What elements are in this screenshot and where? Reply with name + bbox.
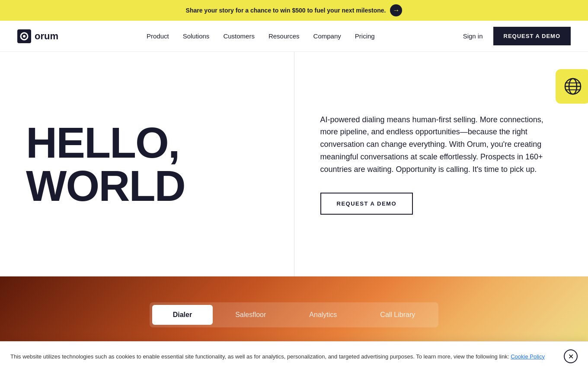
hero-left: HELLO, WORLD [0, 52, 294, 276]
logo-icon [17, 29, 31, 43]
banner-arrow-link[interactable]: → [390, 4, 402, 16]
sign-in-button[interactable]: Sign in [463, 32, 483, 40]
hero-description: AI-powered dialing means human-first sel… [320, 114, 554, 176]
hero-right: AI-powered dialing means human-first sel… [294, 52, 588, 276]
nav-item-solutions[interactable]: Solutions [183, 32, 210, 40]
banner-arrow-icon: → [393, 6, 399, 14]
logo[interactable]: orum [17, 29, 58, 43]
banner-text: Share your story for a chance to win $50… [186, 7, 386, 14]
logo-text: orum [35, 31, 58, 42]
nav-links: Product Solutions Customers Resources Co… [147, 32, 375, 40]
globe-icon-box [556, 69, 588, 104]
nav-request-demo-button[interactable]: REQUEST A DEMO [493, 27, 571, 45]
hero-section: HELLO, WORLD AI-powered dialing means hu… [0, 52, 588, 276]
nav-item-customers[interactable]: Customers [223, 32, 255, 40]
tab-salesfloor[interactable]: Salesfloor [214, 305, 287, 325]
cookie-close-icon: ✕ [568, 352, 574, 361]
svg-point-2 [23, 35, 26, 38]
tab-analytics[interactable]: Analytics [288, 305, 358, 325]
tab-call-library[interactable]: Call Library [359, 305, 436, 325]
tab-dialer[interactable]: Dialer [152, 305, 213, 325]
main-nav: orum Product Solutions Customers Resourc… [0, 21, 588, 52]
hero-title: HELLO, WORLD [26, 121, 185, 207]
nav-item-pricing[interactable]: Pricing [355, 32, 375, 40]
globe-icon [563, 77, 582, 96]
tab-row: Dialer Salesfloor Analytics Call Library [150, 302, 439, 327]
hero-title-line1: HELLO, [26, 121, 185, 164]
top-banner: Share your story for a chance to win $50… [0, 0, 588, 21]
cookie-banner: This website utilizes technologies such … [0, 341, 588, 371]
nav-item-product[interactable]: Product [147, 32, 169, 40]
nav-item-resources[interactable]: Resources [268, 32, 300, 40]
cookie-text: This website utilizes technologies such … [10, 353, 557, 360]
nav-actions: Sign in REQUEST A DEMO [463, 27, 571, 45]
cookie-policy-link[interactable]: Cookie Policy [511, 353, 545, 360]
hero-title-line2: WORLD [26, 164, 185, 207]
hero-request-demo-button[interactable]: REQUEST A DEMO [320, 193, 413, 215]
nav-item-company[interactable]: Company [313, 32, 341, 40]
cookie-close-button[interactable]: ✕ [564, 349, 578, 363]
